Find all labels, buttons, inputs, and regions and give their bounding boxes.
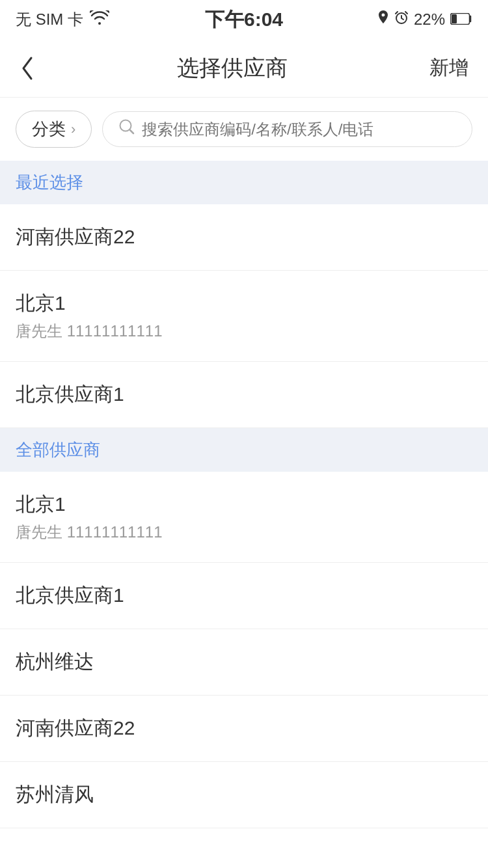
back-button[interactable] [20,55,35,81]
alarm-icon [394,10,409,29]
search-input[interactable] [142,120,456,139]
item-name: 北京供应商1 [16,381,472,408]
status-right: 22% [377,10,472,29]
list-item[interactable]: 北京供应商1 [0,362,488,428]
list-item[interactable]: 北京1 唐先生 11111111111 [0,472,488,563]
chevron-right-icon: › [71,121,75,138]
page-title: 选择供应商 [177,53,288,83]
add-button[interactable]: 新增 [429,55,468,81]
category-button[interactable]: 分类 › [16,111,92,148]
item-name: 河南供应商22 [16,715,472,742]
filter-bar: 分类 › [0,98,488,161]
list-item[interactable]: 苏州清风 [0,762,488,828]
battery-icon [450,10,472,29]
all-list: 北京1 唐先生 11111111111 北京供应商1 杭州维达 河南供应商22 … [0,472,488,828]
search-icon [118,118,135,140]
item-name: 苏州清风 [16,781,472,808]
list-item[interactable]: 杭州维达 [0,629,488,696]
all-section-header: 全部供应商 [0,428,488,472]
item-detail: 唐先生 11111111111 [16,321,472,342]
search-box[interactable] [102,111,472,147]
navigation-bar: 选择供应商 新增 [0,39,488,98]
item-name: 北京1 [16,491,472,518]
item-detail: 唐先生 11111111111 [16,522,472,543]
item-name: 北京1 [16,290,472,317]
status-bar: 无 SIM 卡 下午6:04 22% [0,0,488,39]
no-sim-text: 无 SIM 卡 [16,9,83,30]
list-item[interactable]: 北京供应商1 [0,563,488,629]
item-name: 北京供应商1 [16,582,472,609]
svg-point-3 [120,120,131,131]
item-name: 杭州维达 [16,649,472,675]
wifi-icon [90,10,109,29]
recent-list: 河南供应商22 北京1 唐先生 11111111111 北京供应商1 [0,204,488,428]
status-left: 无 SIM 卡 [16,9,109,30]
location-icon [377,10,389,29]
recent-section-header: 最近选择 [0,161,488,204]
status-time: 下午6:04 [205,7,283,33]
battery-text: 22% [414,10,445,29]
item-name: 河南供应商22 [16,224,472,251]
svg-rect-2 [452,14,457,23]
category-label: 分类 [32,118,66,141]
list-item[interactable]: 河南供应商22 [0,696,488,762]
list-item[interactable]: 北京1 唐先生 11111111111 [0,271,488,362]
list-item[interactable]: 河南供应商22 [0,204,488,271]
